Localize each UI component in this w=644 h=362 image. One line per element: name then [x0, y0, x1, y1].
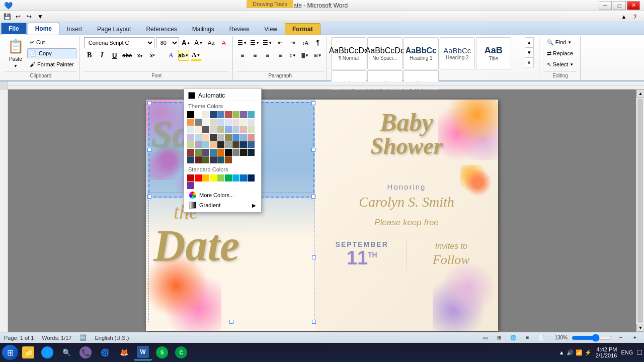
taskbar-app2[interactable]: C [172, 344, 190, 360]
theme-color-swatch[interactable] [248, 134, 255, 141]
spell-check-icon[interactable]: 🔤 [79, 334, 87, 341]
close-button[interactable]: ✕ [627, 1, 640, 10]
theme-color-swatch[interactable] [232, 134, 239, 141]
theme-color-swatch[interactable] [240, 111, 247, 118]
theme-color-swatch[interactable] [187, 126, 194, 133]
save-quick-btn[interactable]: 💾 [2, 12, 12, 21]
gradient-option[interactable]: Gradient ▶ [186, 200, 259, 210]
theme-color-swatch[interactable] [202, 141, 209, 148]
tab-view[interactable]: View [257, 23, 285, 35]
zoom-out-btn[interactable]: − [616, 333, 626, 342]
taskbar-word[interactable]: W [134, 344, 152, 360]
scroll-up-btn[interactable]: ▲ [636, 89, 644, 98]
tab-insert[interactable]: Insert [59, 23, 90, 35]
theme-color-swatch[interactable] [225, 149, 232, 156]
standard-color-swatch[interactable] [202, 174, 209, 182]
cut-button[interactable]: ✂Cut [27, 37, 76, 47]
theme-color-swatch[interactable] [202, 119, 209, 126]
theme-color-swatch[interactable] [210, 156, 217, 163]
theme-color-swatch[interactable] [217, 156, 224, 163]
theme-color-swatch[interactable] [240, 149, 247, 156]
multilevel-btn[interactable]: ☰▼ [262, 37, 273, 48]
tab-references[interactable]: References [138, 23, 184, 35]
theme-color-swatch[interactable] [232, 149, 239, 156]
taskbar-viber[interactable]: 📞 [76, 344, 95, 360]
theme-color-swatch[interactable] [187, 149, 194, 156]
bullets-btn[interactable]: ☰▼ [237, 37, 248, 48]
theme-color-swatch[interactable] [187, 141, 194, 148]
align-right-btn[interactable]: ≡ [262, 50, 273, 61]
theme-color-swatch[interactable] [217, 126, 224, 133]
theme-color-swatch[interactable] [225, 119, 232, 126]
subscript-btn[interactable]: x₂ [134, 50, 145, 61]
theme-color-swatch[interactable] [248, 149, 255, 156]
theme-color-swatch[interactable] [195, 141, 202, 148]
undo-quick-btn[interactable]: ↩ [13, 12, 23, 21]
handle-ml[interactable] [147, 148, 151, 152]
bold-btn[interactable]: B [84, 50, 95, 61]
decrease-indent-btn[interactable]: ⇤ [275, 37, 286, 48]
standard-color-swatch[interactable] [225, 174, 232, 182]
theme-color-swatch[interactable] [202, 126, 209, 133]
taskbar-chrome[interactable]: 🌀 [96, 344, 114, 360]
theme-color-swatch[interactable] [187, 119, 194, 126]
theme-color-swatch[interactable] [195, 111, 202, 118]
handle-mr2[interactable] [312, 255, 316, 259]
standard-color-swatch[interactable] [195, 174, 202, 182]
standard-color-swatch[interactable] [232, 174, 239, 182]
theme-color-swatch[interactable] [225, 134, 232, 141]
notification-btn[interactable]: □ [637, 348, 642, 357]
align-left-btn[interactable]: ≡ [237, 50, 248, 61]
minimize-button[interactable]: ─ [599, 1, 612, 10]
font-color-btn[interactable]: A▼ [191, 50, 202, 61]
theme-color-swatch[interactable] [210, 119, 217, 126]
styles-scroll-down-btn[interactable]: ▼ [525, 47, 534, 57]
text-effects-btn[interactable]: A [166, 50, 177, 61]
theme-color-swatch[interactable] [195, 119, 202, 126]
change-case-btn[interactable]: Aa [206, 37, 217, 48]
show-marks-btn[interactable]: ¶ [312, 37, 324, 48]
replace-btn[interactable]: ⇄Replace [543, 48, 577, 58]
shrink-font-btn[interactable]: A▼ [193, 37, 204, 48]
grow-font-btn[interactable]: A▲ [181, 37, 192, 48]
tab-mailings[interactable]: Mailings [185, 23, 222, 35]
font-size-select[interactable]: 80 [156, 37, 179, 48]
underline-btn[interactable]: U [109, 50, 120, 61]
find-btn[interactable]: 🔍Find▼ [543, 37, 575, 47]
standard-color-swatch[interactable] [210, 174, 217, 182]
theme-color-swatch[interactable] [248, 119, 255, 126]
select-btn[interactable]: ↖Select▼ [543, 59, 578, 69]
scroll-down-btn[interactable]: ▼ [636, 324, 644, 332]
theme-color-swatch[interactable] [217, 111, 224, 118]
zoom-in-btn[interactable]: + [630, 333, 640, 342]
theme-color-swatch[interactable] [195, 134, 202, 141]
show-hidden-icons-btn[interactable]: ▲ [559, 349, 565, 355]
handle-tr[interactable] [311, 101, 315, 105]
font-name-select[interactable]: Coneria Script C [84, 37, 154, 48]
paste-button[interactable]: 📋 Paste ▼ [5, 37, 26, 69]
sort-btn[interactable]: ↕A [300, 37, 311, 48]
redo-quick-btn[interactable]: ↪ [24, 12, 34, 21]
format-painter-button[interactable]: 🖌Format Painter [27, 59, 76, 69]
style-heading1[interactable]: AaBbCc Heading 1 [404, 37, 439, 69]
taskbar-ie[interactable]: 🌐 [38, 344, 56, 360]
theme-color-swatch[interactable] [225, 156, 232, 163]
tab-home[interactable]: Home [28, 23, 59, 35]
theme-color-swatch[interactable] [225, 111, 232, 118]
handle-br2[interactable] [312, 320, 316, 324]
theme-color-swatch[interactable] [187, 156, 194, 163]
tab-review[interactable]: Review [222, 23, 257, 35]
automatic-color-option[interactable]: Automatic [186, 90, 259, 101]
styles-scroll-up-btn[interactable]: ▲ [525, 37, 534, 47]
maximize-button[interactable]: □ [613, 1, 626, 10]
theme-color-swatch[interactable] [225, 126, 232, 133]
taskbar-sage[interactable]: S [153, 344, 171, 360]
theme-color-swatch[interactable] [240, 134, 247, 141]
ribbon-minimize-btn[interactable]: ▲ [619, 12, 629, 21]
standard-color-swatch[interactable] [187, 174, 194, 182]
scroll-thumb[interactable] [637, 99, 643, 323]
theme-color-swatch[interactable] [210, 134, 217, 141]
theme-color-swatch[interactable] [210, 149, 217, 156]
handle-mr[interactable] [311, 148, 315, 152]
start-button[interactable]: ⊞ [2, 345, 18, 360]
